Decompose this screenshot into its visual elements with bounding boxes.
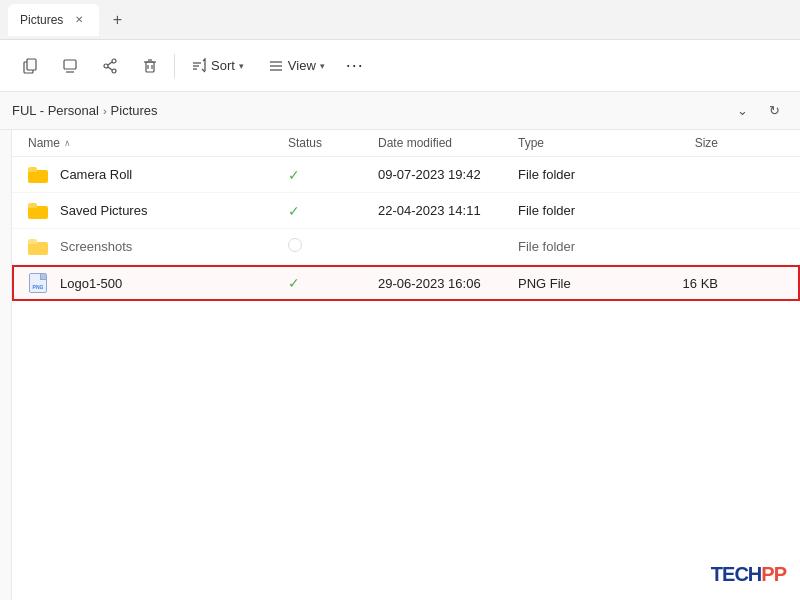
view-button[interactable]: View ▾	[258, 52, 335, 80]
sort-button[interactable]: Sort ▾	[181, 52, 254, 80]
png-file-icon: PNG	[28, 273, 48, 293]
file-name-cell: Screenshots	[28, 237, 288, 257]
dropdown-button[interactable]: ⌄	[728, 97, 756, 125]
file-name: Logo1-500	[60, 276, 122, 291]
table-row[interactable]: Saved Pictures ✓ 22-04-2023 14:11 File f…	[12, 193, 800, 229]
col-header-status[interactable]: Status	[288, 136, 378, 150]
address-actions: ⌄ ↻	[728, 97, 788, 125]
file-status-cell	[288, 238, 378, 255]
file-date-cell: 09-07-2023 19:42	[378, 167, 518, 182]
file-date-cell: 22-04-2023 14:11	[378, 203, 518, 218]
file-size-cell: 16 KB	[638, 276, 718, 291]
refresh-icon: ↻	[769, 103, 780, 118]
view-label: View	[288, 58, 316, 73]
svg-point-4	[112, 59, 116, 63]
plus-icon: +	[113, 11, 122, 29]
toolbar-share-button[interactable]	[92, 52, 128, 80]
breadcrumb-part2[interactable]: Pictures	[111, 103, 158, 118]
toolbar-separator	[174, 54, 175, 78]
file-name-cell: Camera Roll	[28, 165, 288, 185]
active-tab[interactable]: Pictures ✕	[8, 4, 99, 36]
status-check-icon: ✓	[288, 203, 300, 219]
more-icon: ···	[346, 55, 364, 76]
tab-area: Pictures ✕ +	[8, 4, 131, 36]
svg-rect-1	[27, 59, 36, 70]
breadcrumb-separator: ›	[103, 105, 107, 117]
file-date-cell: 29-06-2023 16:06	[378, 276, 518, 291]
file-name: Camera Roll	[60, 167, 132, 182]
rename-icon	[62, 58, 78, 74]
watermark: TECHPP	[711, 563, 786, 586]
file-type-cell: File folder	[518, 167, 638, 182]
tab-label: Pictures	[20, 13, 63, 27]
toolbar-delete-button[interactable]	[132, 52, 168, 80]
file-list: Name ∧ Status Date modified Type Size Ca…	[12, 130, 800, 600]
svg-point-6	[112, 69, 116, 73]
table-row[interactable]: Screenshots File folder	[12, 229, 800, 265]
folder-icon	[28, 165, 48, 185]
share-icon	[102, 58, 118, 74]
col-header-date[interactable]: Date modified	[378, 136, 518, 150]
col-name-label: Name	[28, 136, 60, 150]
close-tab-button[interactable]: ✕	[71, 12, 87, 28]
address-bar: FUL - Personal › Pictures ⌄ ↻	[0, 92, 800, 130]
file-name: Saved Pictures	[60, 203, 147, 218]
status-circle-icon	[288, 238, 302, 252]
table-row[interactable]: PNG Logo1-500 ✓ 29-06-2023 16:06 PNG Fil…	[12, 265, 800, 301]
toolbar-rename-button[interactable]	[52, 52, 88, 80]
breadcrumb-part1[interactable]: FUL - Personal	[12, 103, 99, 118]
folder-icon	[28, 237, 48, 257]
file-name: Screenshots	[60, 239, 132, 254]
sort-label: Sort	[211, 58, 235, 73]
copy-icon	[22, 58, 38, 74]
svg-point-5	[104, 64, 108, 68]
watermark-text1: TECH	[711, 563, 761, 585]
sidebar	[0, 130, 12, 600]
content-area: Name ∧ Status Date modified Type Size Ca…	[0, 130, 800, 600]
toolbar: Sort ▾ View ▾ ···	[0, 40, 800, 92]
svg-rect-2	[64, 60, 76, 69]
col-header-name[interactable]: Name ∧	[28, 136, 288, 150]
svg-rect-9	[146, 62, 154, 72]
refresh-button[interactable]: ↻	[760, 97, 788, 125]
watermark-text2: PP	[761, 563, 786, 585]
breadcrumb: FUL - Personal › Pictures	[12, 103, 720, 118]
view-icon	[268, 58, 284, 74]
svg-line-7	[108, 62, 112, 65]
sort-arrow-icon: ∧	[64, 138, 71, 148]
file-type-cell: File folder	[518, 239, 638, 254]
view-chevron-icon: ▾	[320, 61, 325, 71]
file-type-cell: PNG File	[518, 276, 638, 291]
sort-chevron-icon: ▾	[239, 61, 244, 71]
toolbar-copy-button[interactable]	[12, 52, 48, 80]
file-status-cell: ✓	[288, 203, 378, 219]
file-status-cell: ✓	[288, 275, 378, 291]
title-bar: Pictures ✕ +	[0, 0, 800, 40]
folder-icon	[28, 201, 48, 221]
close-icon: ✕	[75, 14, 83, 25]
file-type-cell: File folder	[518, 203, 638, 218]
col-header-type[interactable]: Type	[518, 136, 638, 150]
file-status-cell: ✓	[288, 167, 378, 183]
status-check-icon: ✓	[288, 275, 300, 291]
svg-line-8	[108, 67, 112, 70]
new-tab-button[interactable]: +	[103, 6, 131, 34]
sort-icon	[191, 58, 207, 74]
column-headers: Name ∧ Status Date modified Type Size	[12, 130, 800, 157]
more-options-button[interactable]: ···	[339, 50, 371, 82]
status-check-icon: ✓	[288, 167, 300, 183]
col-header-size[interactable]: Size	[638, 136, 718, 150]
file-name-cell: PNG Logo1-500	[28, 273, 288, 293]
file-rows-container: Camera Roll ✓ 09-07-2023 19:42 File fold…	[12, 157, 800, 301]
table-row[interactable]: Camera Roll ✓ 09-07-2023 19:42 File fold…	[12, 157, 800, 193]
file-name-cell: Saved Pictures	[28, 201, 288, 221]
delete-icon	[142, 58, 158, 74]
dropdown-icon: ⌄	[737, 103, 748, 118]
